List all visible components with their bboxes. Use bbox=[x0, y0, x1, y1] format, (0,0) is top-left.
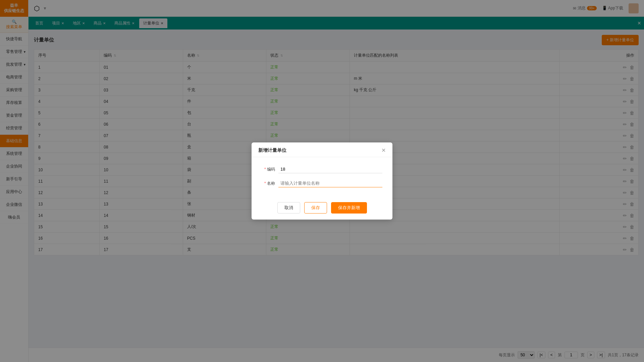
code-form-row: 编码 bbox=[262, 165, 382, 173]
cancel-button[interactable]: 取消 bbox=[277, 202, 300, 214]
name-input[interactable] bbox=[278, 179, 382, 187]
modal-overlay[interactable]: 新增计量单位 ✕ 编码 名称 取消 保存 保存并新增 bbox=[0, 0, 644, 362]
code-input[interactable] bbox=[278, 165, 382, 173]
save-button[interactable]: 保存 bbox=[304, 202, 327, 214]
modal-title: 新增计量单位 bbox=[258, 147, 286, 154]
modal-footer: 取消 保存 保存并新增 bbox=[252, 199, 392, 220]
code-label: 编码 bbox=[262, 167, 275, 172]
modal-close-button[interactable]: ✕ bbox=[381, 147, 386, 154]
name-label: 名称 bbox=[262, 181, 275, 186]
add-unit-modal: 新增计量单位 ✕ 编码 名称 取消 保存 保存并新增 bbox=[252, 142, 392, 220]
modal-body: 编码 名称 bbox=[252, 157, 392, 199]
name-form-row: 名称 bbox=[262, 179, 382, 187]
modal-header: 新增计量单位 ✕ bbox=[252, 142, 392, 157]
save-new-button[interactable]: 保存并新增 bbox=[331, 202, 367, 214]
